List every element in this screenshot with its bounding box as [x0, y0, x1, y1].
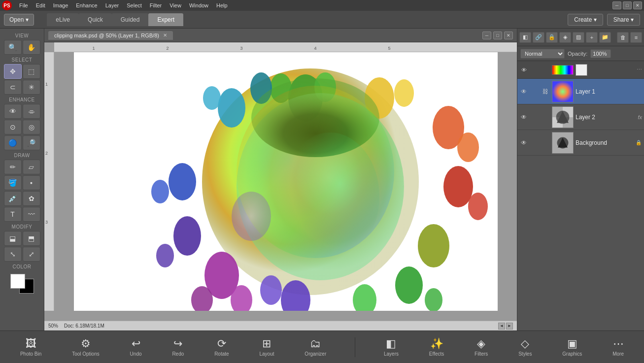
open-button[interactable]: Open ▾	[4, 14, 34, 26]
scroll-left-button[interactable]: ◄	[498, 323, 505, 330]
photo-bin-label: Photo Bin	[20, 351, 41, 357]
layer-1-thumbnail	[552, 81, 574, 102]
menu-file[interactable]: File	[16, 1, 32, 9]
tab-expert[interactable]: Expert	[148, 13, 183, 26]
lock-button[interactable]: 🔒	[546, 32, 558, 43]
styles-button[interactable]: ◇ Styles	[514, 335, 536, 359]
redo-button[interactable]: ↪ Redo	[168, 335, 188, 359]
background-visibility[interactable]: 👁	[519, 138, 528, 147]
rotate-button[interactable]: ⟳ Rotate	[210, 335, 233, 359]
svg-point-9	[443, 166, 473, 207]
magnify-tool[interactable]: 🔎	[23, 135, 40, 150]
color-band-more[interactable]: ⋯	[637, 66, 642, 73]
minimize-button[interactable]: ─	[612, 1, 621, 9]
document-tab[interactable]: clipping mask.psd @ 50% (Layer 1, RGB/8)…	[48, 31, 173, 40]
delete-layer-button[interactable]: 🗑	[617, 32, 629, 43]
clone-tool[interactable]: ⊙	[4, 120, 22, 134]
text-tool[interactable]: T	[4, 207, 22, 222]
marquee-tool[interactable]: ⬚	[23, 64, 40, 79]
new-group-button[interactable]: 📁	[599, 32, 611, 43]
eraser-tool[interactable]: ▱	[23, 160, 40, 174]
color-band-white-swatch	[576, 64, 587, 76]
menu-filter[interactable]: Filter	[146, 1, 165, 9]
link-layers-button[interactable]: 🔗	[533, 32, 544, 43]
color-band-eye[interactable]: 👁	[519, 66, 528, 74]
move-tool[interactable]: ✥	[4, 64, 22, 79]
layer-item-2[interactable]: 👁 Layer 2 fx	[517, 104, 644, 130]
smudge-tool[interactable]: 〰	[23, 207, 40, 222]
more-options-button[interactable]: ≡	[630, 32, 642, 43]
undo-button[interactable]: ↩ Undo	[126, 335, 146, 359]
blend-mode-select[interactable]: Normal	[520, 49, 565, 59]
menu-enhance[interactable]: Enhance	[72, 1, 101, 9]
magic-wand-tool[interactable]: ✳	[23, 80, 40, 95]
shape-tool[interactable]: ▪	[23, 175, 40, 190]
scroll-right-button[interactable]: ►	[506, 323, 513, 330]
layer-item-background[interactable]: 👁 Background 🔒	[517, 130, 644, 156]
layers-icon-button[interactable]: ◧	[519, 32, 531, 43]
menu-layer[interactable]: Layer	[102, 1, 123, 9]
color-section-label: COLOR	[2, 263, 42, 270]
layer-1-visibility[interactable]: 👁	[519, 87, 528, 96]
custom-shape-tool[interactable]: ✿	[23, 191, 40, 206]
menu-select[interactable]: Select	[123, 1, 145, 9]
red-eye-tool[interactable]: 👁	[4, 104, 22, 119]
eyedropper-tool[interactable]: 💉	[4, 191, 22, 206]
doc-maximize-button[interactable]: □	[493, 32, 502, 39]
layers-panel-label: Layers	[384, 351, 399, 357]
new-adj-layer-button[interactable]: ◈	[559, 32, 571, 43]
opacity-input[interactable]	[590, 49, 611, 58]
menu-window[interactable]: Window	[186, 1, 212, 9]
transform-tool[interactable]: ⬒	[23, 231, 40, 246]
layers-panel-icon: ◧	[386, 337, 396, 350]
foreground-color-swatch[interactable]	[10, 274, 25, 289]
create-button[interactable]: Create ▾	[568, 14, 603, 26]
styles-label: Styles	[518, 351, 532, 357]
maximize-button[interactable]: □	[623, 1, 632, 9]
new-layer-button[interactable]: +	[586, 32, 598, 43]
healing-tool[interactable]: ⌯	[23, 104, 40, 119]
layer-item-1[interactable]: 👁 ⛓ Layer 1	[517, 79, 644, 104]
svg-point-6	[394, 79, 414, 107]
graphics-button[interactable]: ▣ Graphics	[558, 335, 586, 359]
photo-bin-button[interactable]: 🖼 Photo Bin	[16, 335, 45, 359]
background-lock	[530, 138, 539, 147]
tab-quick[interactable]: Quick	[79, 13, 112, 26]
more-button[interactable]: ⋯ More	[609, 335, 628, 359]
organizer-button[interactable]: 🗂 Organizer	[301, 335, 330, 359]
doc-minimize-button[interactable]: ─	[482, 32, 491, 39]
doc-close-button[interactable]: ✕	[504, 32, 513, 39]
menu-view[interactable]: View	[166, 1, 185, 9]
layer-2-chain	[541, 113, 550, 122]
effects-button[interactable]: ✨ Effects	[425, 335, 448, 359]
blur-tool[interactable]: ◎	[23, 120, 40, 134]
enhance-tools-row2: ⊙ ◎	[2, 120, 42, 134]
close-button[interactable]: ✕	[633, 1, 642, 9]
menu-edit[interactable]: Edit	[33, 1, 49, 9]
lasso-tool[interactable]: ⊂	[4, 80, 22, 95]
document-close-button[interactable]: ✕	[163, 33, 167, 38]
add-mask-button[interactable]: ▨	[573, 32, 584, 43]
crop-tool[interactable]: ⬓	[4, 231, 22, 246]
color-picker-area[interactable]	[10, 274, 34, 294]
brush-tool[interactable]: ✏	[4, 160, 22, 174]
layout-button[interactable]: ⊞ Layout	[255, 335, 278, 359]
layer-2-visibility[interactable]: 👁	[519, 113, 528, 122]
zoom-tool[interactable]: 🔍	[4, 40, 22, 55]
paint-bucket-tool[interactable]: 🪣	[4, 175, 22, 190]
filters-button[interactable]: ◈ Filters	[471, 335, 492, 359]
tool-options-button[interactable]: ⚙ Tool Options	[68, 335, 103, 359]
tab-guided[interactable]: Guided	[112, 13, 149, 26]
layers-panel-button[interactable]: ◧ Layers	[380, 335, 403, 359]
canvas-scroll-area[interactable]: 1 2 3 4 5 1 2 3	[44, 42, 517, 321]
share-button[interactable]: Share ▾	[607, 14, 640, 26]
canvas-viewport[interactable]	[54, 52, 517, 311]
straighten-tool[interactable]: ⤢	[23, 247, 40, 262]
tab-elive[interactable]: eLive	[47, 13, 79, 26]
draw-section-label: DRAW	[2, 151, 42, 159]
sponge-tool[interactable]: 🔵	[4, 135, 22, 150]
recompose-tool[interactable]: ⤡	[4, 247, 22, 262]
menu-help[interactable]: Help	[213, 1, 231, 9]
hand-tool[interactable]: ✋	[23, 40, 40, 55]
menu-image[interactable]: Image	[50, 1, 72, 9]
